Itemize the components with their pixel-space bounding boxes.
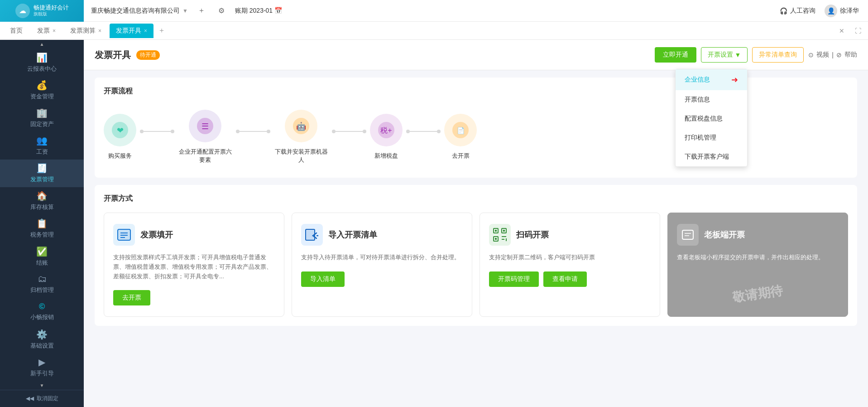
settings-icon[interactable]: ⚙	[215, 5, 228, 17]
activate-button[interactable]: 立即开通	[655, 47, 696, 63]
divider: |	[832, 51, 834, 58]
top-bar-content: 重庆畅捷交通信息咨询有限公司 ▼ ＋ ⚙ 账期 2023-01 📅	[84, 5, 780, 17]
flow-step-2-label: 企业开通配置开票六要素	[178, 148, 232, 164]
c-icon: ©	[39, 302, 45, 311]
sidebar-item-kucun[interactable]: 🏠 库存核算	[0, 187, 84, 215]
dropdown-item-download-client[interactable]: 下载开票客户端	[676, 147, 747, 166]
flow-step-1-label: 购买服务	[108, 152, 132, 160]
tab-fapiao-cesuan[interactable]: 发票测算 ×	[64, 24, 108, 38]
sidebar-item-guidang[interactable]: 🗂 归档管理	[0, 270, 84, 298]
flow-step-1: ❤ 购买服务	[104, 114, 136, 160]
headset-icon: 🎧	[780, 7, 787, 15]
content-area: 发票开具 待开通 立即开通 开票设置 ▼ 企业信息 ➜	[84, 40, 868, 407]
import-list-button[interactable]: 导入清单	[301, 271, 345, 287]
box-icon: 🏠	[36, 190, 48, 201]
play-icon: ▶	[38, 357, 45, 368]
svg-rect-23	[495, 238, 497, 240]
building-icon: 🏢	[36, 107, 48, 118]
sidebar-item-gongzi[interactable]: 👥 工资	[0, 131, 84, 159]
close-icon[interactable]: ×	[98, 28, 101, 34]
top-bar-right: 🎧 人工咨询 👤 徐泽华	[780, 5, 868, 17]
sidebar-item-jichushezhi[interactable]: ⚙️ 基础设置	[0, 325, 84, 353]
dropdown-arrow-icon: ▼	[735, 51, 741, 58]
sidebar-item-xinshouyindao-label: 新手引导	[30, 369, 54, 378]
tab-home[interactable]: 首页	[4, 24, 29, 38]
sidebar-item-gongzi-label: 工资	[36, 148, 48, 156]
flow-step-4-label: 新增税盘	[374, 152, 398, 160]
dropdown-item-company-info[interactable]: 企业信息 ➜	[676, 69, 747, 90]
tab-fapiao-kaiju-label: 发票开具	[116, 27, 141, 35]
abnormal-list-button[interactable]: 异常清单查询	[752, 47, 804, 63]
settings-button[interactable]: 开票设置 ▼	[701, 47, 748, 63]
dropdown-company-info-label: 企业信息	[685, 76, 710, 84]
dropdown-download-client-label: 下载开票客户端	[685, 153, 729, 160]
consult-button[interactable]: 🎧 人工咨询	[780, 7, 815, 15]
flow-connector-1	[136, 130, 178, 144]
close-window-icon[interactable]: ✕	[835, 24, 848, 37]
app-version: 旗舰版	[34, 11, 69, 17]
add-tab-button[interactable]: ＋	[155, 24, 168, 37]
qr-manage-button[interactable]: 开票码管理	[489, 271, 539, 287]
svg-text:🤖: 🤖	[296, 121, 307, 131]
sidebar-scroll-up[interactable]: ▲	[0, 40, 84, 48]
red-arrow-icon: ➜	[731, 75, 738, 85]
sidebar-item-yunbao[interactable]: 📊 云报表中心	[0, 48, 84, 76]
sidebar-item-shuiwu[interactable]: 📋 税务管理	[0, 215, 84, 242]
gear-icon: ⚙️	[36, 329, 48, 340]
sidebar-item-xiaochang[interactable]: © 小畅报销	[0, 298, 84, 325]
sidebar-item-fapiao[interactable]: 🧾 发票管理	[0, 160, 84, 187]
invoice-icon: 🧾	[36, 163, 48, 174]
flow-step-2: ☰ 企业开通配置开票六要素	[178, 110, 232, 164]
play-circle-icon: ⊙	[808, 51, 814, 58]
method-card-scan: 扫码开票 支持定制开票二维码，客户端可扫码开票 开票码管理 查看申请	[480, 213, 660, 317]
user-name: 徐泽华	[840, 7, 859, 15]
user-info[interactable]: 👤 徐泽华	[825, 5, 859, 17]
view-apply-button[interactable]: 查看申请	[543, 271, 587, 287]
method-boss-desc: 查看老板端小程序提交的开票申请，并作出相应的处理。	[677, 253, 839, 262]
sidebar-cancel-fixed[interactable]: ◀◀ 取消固定	[0, 390, 84, 407]
dropdown-tax-disk-label: 配置税盘信息	[685, 115, 723, 122]
dropdown-item-invoice-info[interactable]: 开票信息	[676, 90, 747, 109]
avatar: 👤	[825, 5, 837, 17]
tab-fapiao-label: 发票	[37, 27, 50, 35]
logo-icon: ☁	[15, 4, 30, 18]
page-title-row: 发票开具 待开通	[95, 49, 160, 61]
overlay-coming-soon: 敬请期待	[667, 273, 848, 315]
scan-buttons: 开票码管理 查看申请	[489, 271, 651, 287]
chevron-down-icon: ▼	[182, 8, 188, 14]
sidebar-scroll-down[interactable]: ▼	[0, 381, 84, 390]
method-boss-icon	[677, 224, 699, 246]
tab-fapiao[interactable]: 发票 ×	[31, 24, 62, 38]
dropdown-item-tax-disk[interactable]: 配置税盘信息	[676, 109, 747, 128]
svg-text:📄: 📄	[457, 127, 465, 135]
sidebar-item-jiezhang-label: 结账	[36, 259, 48, 267]
tab-fapiao-kaiju[interactable]: 发票开具 ×	[110, 24, 153, 38]
method-scan-header: 扫码开票	[489, 224, 651, 246]
method-import-header: 导入开票清单	[301, 224, 463, 246]
svg-rect-22	[503, 230, 505, 232]
unpin-icon: ◀◀	[26, 395, 34, 402]
company-selector[interactable]: 重庆畅捷交通信息咨询有限公司 ▼	[91, 7, 188, 15]
close-icon[interactable]: ×	[144, 28, 147, 34]
method-card-import: 导入开票清单 支持导入待开票清单，可对待开票清单进行拆分、合并处理。 导入清单	[292, 213, 472, 317]
add-icon[interactable]: ＋	[195, 5, 208, 17]
sidebar-item-xinshouyindao[interactable]: ▶ 新手引导	[0, 353, 84, 381]
dropdown-invoice-info-label: 开票信息	[685, 96, 710, 103]
video-help-button[interactable]: ⊙ 视频 | ⊘ 帮助	[808, 51, 857, 59]
tab-bar-right: ✕ ⛶	[835, 24, 864, 37]
company-name: 重庆畅捷交通信息咨询有限公司	[91, 7, 180, 15]
sidebar-item-jiezhang[interactable]: ✅ 结账	[0, 242, 84, 270]
dropdown-item-printer[interactable]: 打印机管理	[676, 128, 747, 147]
close-icon[interactable]: ×	[53, 28, 56, 34]
sidebar-item-gudingzichan[interactable]: 🏢 固定资产	[0, 104, 84, 131]
flow-step-5: 📄 去开票	[444, 114, 477, 160]
method-card-boss: 老板端开票 查看老板端小程序提交的开票申请，并作出相应的处理。 敬请期待	[667, 213, 848, 317]
maximize-icon[interactable]: ⛶	[852, 24, 864, 37]
fill-go-button[interactable]: 去开票	[113, 290, 150, 305]
sidebar-item-xiaochang-label: 小畅报销	[30, 313, 54, 321]
logo-text-group: 畅捷通好会计 旗舰版	[34, 4, 69, 18]
svg-text:☰: ☰	[201, 122, 209, 131]
settings-dropdown-wrapper: 开票设置 ▼ 企业信息 ➜ 开票信息 配置税盘信息	[701, 47, 748, 63]
methods-grid: 发票填开 支持按照发票样式手工填开发票；可开具增值税电子普通发票、增值税普通发票…	[104, 213, 848, 317]
sidebar-item-zijin[interactable]: 💰 资金管理	[0, 76, 84, 104]
